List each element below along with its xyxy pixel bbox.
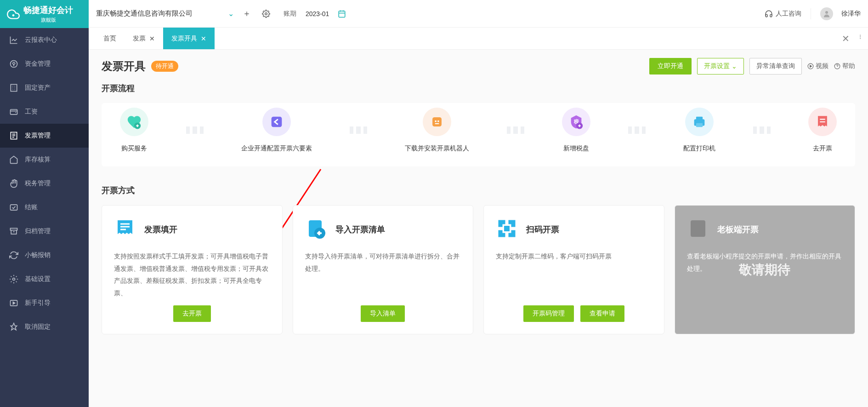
- expand-tabs[interactable]: ⁝: [856, 33, 864, 40]
- chevron-down-icon: ⌄: [732, 63, 737, 70]
- avatar[interactable]: [820, 7, 833, 20]
- sidebar-item-7[interactable]: 结账: [0, 195, 89, 219]
- svg-marker-14: [810, 65, 812, 68]
- open-now-button[interactable]: 立即开通: [649, 58, 692, 75]
- sidebar-item-9[interactable]: 小畅报销: [0, 243, 89, 267]
- flow-step-0[interactable]: 购买服务: [120, 108, 148, 153]
- sidebar-item-10[interactable]: 基础设置: [0, 267, 89, 291]
- chart-icon: [9, 35, 18, 45]
- brand-logo[interactable]: 畅捷通好会计 旗舰版: [0, 0, 89, 28]
- tab-1[interactable]: 发票✕: [125, 28, 163, 49]
- flow-separator: [753, 126, 771, 134]
- video-label: 视频: [816, 62, 828, 70]
- svg-point-1: [11, 61, 17, 68]
- user-icon: [823, 10, 831, 18]
- svg-point-7: [13, 278, 15, 281]
- card-icon: [687, 218, 709, 241]
- methods-section-title: 开票方式: [102, 185, 855, 196]
- pin-icon: [9, 322, 18, 332]
- flow-step-icon: [808, 108, 837, 136]
- card-button-2-1[interactable]: 查看申请: [580, 305, 624, 322]
- period-label: 账期: [284, 10, 296, 18]
- help-link[interactable]: 帮助: [834, 62, 855, 70]
- sidebar-item-6[interactable]: 税务管理: [0, 172, 89, 195]
- sidebar-item-label: 归档管理: [25, 227, 51, 235]
- settings-button[interactable]: [260, 7, 272, 20]
- flow-separator: [628, 126, 646, 134]
- period-value: 2023-01: [306, 10, 329, 17]
- card-title: 老板端开票: [717, 224, 759, 235]
- video-link[interactable]: 视频: [807, 62, 828, 70]
- sidebar-item-0[interactable]: 云报表中心: [0, 28, 89, 52]
- svg-rect-17: [272, 117, 282, 127]
- play-icon: [9, 298, 18, 308]
- method-card-0[interactable]: 发票填开支持按照发票样式手工填开发票；可开具增值税电子普通发票、增值税普通发票、…: [102, 205, 283, 334]
- content: 发票开具 待开通 立即开通 开票设置 ⌄ 异常清单查询 视频 帮助: [89, 50, 868, 407]
- sidebar-item-label: 税务管理: [25, 179, 51, 188]
- svg-point-10: [265, 12, 267, 15]
- method-card-1[interactable]: 导入开票清单支持导入待开票清单，可对待开票清单进行拆分、合并处理。导入清单: [293, 205, 474, 334]
- sidebar-item-11[interactable]: 新手引导: [0, 291, 89, 315]
- sidebar-item-4[interactable]: 发票管理: [0, 124, 89, 148]
- card-button-0-0[interactable]: 去开票: [173, 305, 211, 322]
- flow-step-label: 去开票: [813, 144, 832, 153]
- sidebar-item-8[interactable]: 归档管理: [0, 219, 89, 243]
- calendar-icon: [338, 10, 346, 18]
- abnormal-list-button[interactable]: 异常清单查询: [749, 58, 802, 75]
- flow-step-2[interactable]: 下载并安装开票机器人: [405, 108, 469, 153]
- card-icon: [305, 218, 327, 241]
- tab-close-icon[interactable]: ✕: [201, 35, 206, 42]
- flow-step-label: 企业开通配置开票六要素: [241, 144, 312, 153]
- flow-step-label: 新增税盘: [563, 144, 589, 153]
- flow-step-3[interactable]: 税新增税盘: [562, 108, 590, 153]
- card-button-2-0[interactable]: 开票码管理: [523, 305, 574, 322]
- invoice-icon: [9, 131, 18, 140]
- add-button[interactable]: [240, 7, 253, 20]
- svg-point-20: [437, 120, 439, 122]
- svg-marker-9: [13, 302, 15, 304]
- flow-step-icon: [423, 108, 451, 136]
- user-name: 徐泽华: [841, 10, 861, 18]
- support-button[interactable]: 人工咨询: [765, 10, 801, 18]
- flow-step-icon: [120, 108, 148, 136]
- card-title: 导入开票清单: [335, 224, 385, 235]
- plus-icon: [243, 10, 250, 17]
- tab-2[interactable]: 发票开具✕: [163, 28, 215, 49]
- flow-step-5[interactable]: 去开票: [808, 108, 837, 153]
- flow-step-icon: 税: [562, 108, 590, 136]
- sidebar-item-5[interactable]: 库存核算: [0, 148, 89, 172]
- close-all-tabs[interactable]: ✕: [842, 33, 850, 44]
- chevron-down-icon: ⌄: [228, 9, 234, 18]
- method-card-2[interactable]: 扫码开票支持定制开票二维码，客户端可扫码开票开票码管理查看申请: [483, 205, 664, 334]
- svg-rect-30: [504, 226, 510, 231]
- sidebar-item-label: 固定资产: [25, 84, 51, 92]
- sidebar-item-12[interactable]: 取消固定: [0, 315, 89, 339]
- flow-separator: [186, 126, 204, 134]
- calendar-button[interactable]: [335, 7, 348, 20]
- sidebar-item-label: 结账: [25, 203, 38, 212]
- flow-step-icon: [685, 108, 714, 136]
- tab-0[interactable]: 首页: [95, 28, 125, 49]
- card-icon: [496, 218, 518, 241]
- svg-point-12: [825, 11, 828, 14]
- sidebar-item-1[interactable]: 资金管理: [0, 52, 89, 76]
- card-button-1-0[interactable]: 导入清单: [361, 305, 405, 322]
- check-icon: [9, 203, 18, 212]
- refresh-icon: [9, 251, 18, 260]
- money-icon: [9, 59, 18, 69]
- tab-close-icon[interactable]: ✕: [149, 35, 155, 42]
- invoice-settings-button[interactable]: 开票设置 ⌄: [697, 58, 744, 75]
- company-selector[interactable]: 重庆畅捷交通信息咨询有限公司 ⌄: [96, 7, 234, 20]
- flow-steps: 购买服务企业开通配置开票六要素下载并安装开票机器人税新增税盘配置打印机去开票: [102, 103, 855, 166]
- flow-step-4[interactable]: 配置打印机: [683, 108, 715, 153]
- svg-rect-31: [691, 220, 705, 237]
- sidebar-item-2[interactable]: 固定资产: [0, 76, 89, 100]
- flow-step-label: 购买服务: [121, 144, 147, 153]
- sidebar-item-label: 新手引导: [25, 299, 51, 307]
- flow-step-1[interactable]: 企业开通配置开票六要素: [241, 108, 312, 153]
- svg-rect-3: [11, 109, 17, 115]
- sidebar-item-3[interactable]: 工资: [0, 100, 89, 124]
- svg-rect-6: [11, 228, 17, 230]
- play-icon: [807, 63, 814, 69]
- sidebar-item-label: 基础设置: [25, 275, 51, 283]
